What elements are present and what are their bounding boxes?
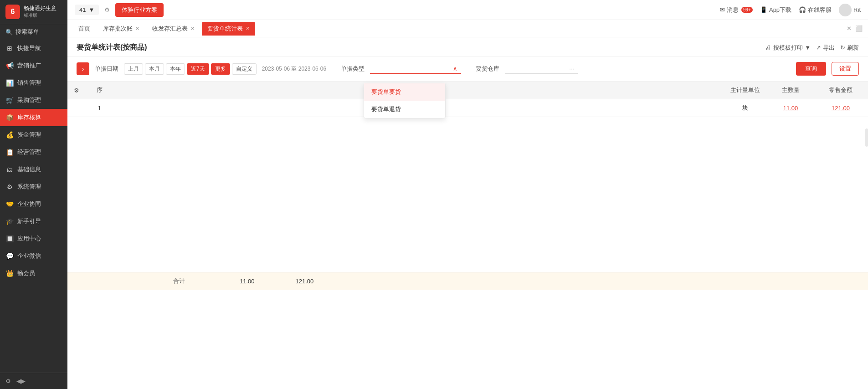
tab-inventory-batch[interactable]: 库存批次账 ✕ <box>98 22 145 36</box>
window-close-icon[interactable]: ✕ <box>847 25 852 32</box>
tab-order-stats[interactable]: 要货单统计表 ✕ <box>202 22 255 36</box>
dropdown-item-order-return-label: 要货单退货 <box>371 106 401 113</box>
messages-item[interactable]: ✉ 消息 99+ <box>720 6 753 14</box>
custom-button[interactable]: 自定义 <box>232 63 257 75</box>
refresh-icon: ↻ <box>840 44 845 51</box>
topbar-right: ✉ 消息 99+ 📱 App下载 🎧 在线客服 Rit <box>720 4 861 16</box>
sidebar-item-label: 快捷导航 <box>17 44 41 52</box>
refresh-button[interactable]: ↻ 刷新 <box>840 44 859 52</box>
messages-label: 消息 <box>727 6 739 14</box>
prev-month-button[interactable]: 上月 <box>124 63 143 75</box>
sidebar-item-purchase[interactable]: 🛒 采购管理 <box>0 92 67 109</box>
content-area: 要货单统计表(按商品) 🖨 按模板打印 ▼ ↗ 导出 ↻ 刷新 <box>67 37 868 389</box>
system-icon: ⚙ <box>5 183 14 190</box>
user-item[interactable]: Rit <box>839 4 861 16</box>
dropdown-item-order-goods[interactable]: 要货单要货 <box>364 83 445 101</box>
export-button[interactable]: ↗ 导出 <box>816 44 835 52</box>
table-row: 1 块 11.00 121.00 <box>67 99 868 117</box>
col-qty-header: 主数量 <box>768 82 813 99</box>
tab-home[interactable]: 首页 <box>73 22 96 36</box>
settings-gear-icon[interactable]: ⚙ <box>104 6 110 13</box>
warehouse-more-icon[interactable]: ··· <box>569 65 574 72</box>
page: 要货单统计表(按商品) 🖨 按模板打印 ▼ ↗ 导出 ↻ 刷新 <box>67 37 868 389</box>
sidebar-item-label: 应用中心 <box>17 235 41 243</box>
sidebar-bottom: ⚙ ◀▶ <box>0 373 67 389</box>
sidebar-item-inventory[interactable]: 📦 库存核算 <box>0 109 67 126</box>
more-button[interactable]: 更多 <box>211 63 230 75</box>
filter-toggle-button[interactable]: › <box>77 62 89 75</box>
trial-industry-button[interactable]: 体验行业方案 <box>115 3 164 17</box>
type-select[interactable]: ∧ <box>370 64 461 74</box>
sidebar-item-appstore[interactable]: 🔲 应用中心 <box>0 230 67 247</box>
close-order-stats-icon[interactable]: ✕ <box>246 26 250 31</box>
enterprise-icon: 🤝 <box>5 200 14 208</box>
row-qty-value[interactable]: 11.00 <box>783 105 798 112</box>
this-month-button[interactable]: 本月 <box>145 63 164 75</box>
close-receive-summary-icon[interactable]: ✕ <box>190 26 195 31</box>
online-service-item[interactable]: 🎧 在线客服 <box>799 6 832 14</box>
quick-nav-icon: ⊞ <box>5 45 14 52</box>
sidebar-item-business[interactable]: 📋 经营管理 <box>0 143 67 161</box>
row-unit-cell: 块 <box>722 99 768 117</box>
sidebar-item-wechat[interactable]: 💬 企业微信 <box>0 247 67 265</box>
sidebar-item-label: 采购管理 <box>17 96 41 104</box>
sidebar-item-finance[interactable]: 💰 资金管理 <box>0 126 67 143</box>
sidebar-item-quick-nav[interactable]: ⊞ 快捷导航 <box>0 40 67 57</box>
close-inventory-batch-icon[interactable]: ✕ <box>135 26 139 31</box>
dropdown-item-order-goods-label: 要货单要货 <box>371 88 401 95</box>
logo-icon: 6 <box>5 5 20 19</box>
empty-area <box>67 117 868 272</box>
topbar: 41 ▼ ⚙ 体验行业方案 ✉ 消息 99+ 📱 App下载 🎧 在线客服 R <box>67 0 868 20</box>
export-label: 导出 <box>823 44 835 52</box>
sidebar-item-guide[interactable]: 🎓 新手引导 <box>0 213 67 230</box>
app-download-item[interactable]: 📱 App下载 <box>760 6 791 14</box>
sidebar-settings-icon[interactable]: ⚙ <box>5 378 11 384</box>
sidebar-item-base[interactable]: 🗂 基础信息 <box>0 161 67 178</box>
type-select-chevron-icon: ∧ <box>453 65 457 72</box>
dropdown-item-order-return[interactable]: 要货单退货 <box>364 101 445 118</box>
inventory-batch-tab-label: 库存批次账 <box>103 25 133 33</box>
logo-text-area: 畅捷通好生意 标准版 <box>24 5 56 19</box>
recent7-button[interactable]: 近7天 <box>187 63 209 75</box>
row-amount-value[interactable]: 121.00 <box>832 105 850 112</box>
page-header: 要货单统计表(按商品) 🖨 按模板打印 ▼ ↗ 导出 ↻ 刷新 <box>67 37 868 56</box>
sidebar-item-label: 畅会员 <box>17 269 35 277</box>
sidebar-collapse-icon[interactable]: ◀▶ <box>16 378 26 384</box>
page-title: 要货单统计表(按商品) <box>77 43 147 52</box>
table-body: 1 块 11.00 121.00 <box>67 99 868 117</box>
sidebar-nav: ⊞ 快捷导航 📢 营销推广 📊 销售管理 🛒 采购管理 📦 库存核算 💰 资金管… <box>0 40 67 373</box>
print-chevron-icon: ▼ <box>805 44 811 51</box>
sidebar-item-system[interactable]: ⚙ 系统管理 <box>0 178 67 195</box>
query-button[interactable]: 查询 <box>796 62 826 76</box>
window-restore-icon[interactable]: ⬜ <box>855 25 863 32</box>
col-settings-header[interactable]: ⚙ <box>67 82 86 99</box>
store-selector[interactable]: 41 ▼ <box>75 5 99 15</box>
tabbar: 首页 库存批次账 ✕ 收发存汇总表 ✕ 要货单统计表 ✕ ✕ ⬜ <box>67 20 868 37</box>
row-settings-cell <box>67 99 86 117</box>
appstore-icon: 🔲 <box>5 235 14 242</box>
sidebar-item-member[interactable]: 👑 畅会员 <box>0 265 67 282</box>
print-template-button[interactable]: 🖨 按模板打印 ▼ <box>765 44 811 52</box>
settings-button[interactable]: 设置 <box>832 62 859 76</box>
table-wrapper: ⚙ 序 商品 主计量单位 主数量 零售金额 1 <box>67 82 868 117</box>
chevron-right-icon: › <box>82 65 84 72</box>
tab-receive-summary[interactable]: 收发存汇总表 ✕ <box>147 22 200 36</box>
logo-sub: 标准版 <box>24 12 56 19</box>
wechat-icon: 💬 <box>5 252 14 260</box>
warehouse-select[interactable]: ··· <box>505 64 578 74</box>
col-no-header: 序 <box>86 82 113 99</box>
sidebar-item-label: 系统管理 <box>17 183 41 191</box>
guide-icon: 🎓 <box>5 218 14 225</box>
order-stats-tab-label: 要货单统计表 <box>207 25 243 33</box>
sidebar-item-enterprise[interactable]: 🤝 企业协同 <box>0 195 67 213</box>
logo-area: 6 畅捷通好生意 标准版 <box>0 0 67 24</box>
sidebar-item-marketing[interactable]: 📢 营销推广 <box>0 57 67 74</box>
this-year-button[interactable]: 本年 <box>166 63 185 75</box>
sidebar-item-label: 企业协同 <box>17 200 41 208</box>
sidebar-search[interactable]: 🔍 搜索菜单 <box>0 24 67 40</box>
base-icon: 🗂 <box>5 166 14 173</box>
receive-summary-tab-label: 收发存汇总表 <box>152 25 188 33</box>
inventory-icon: 📦 <box>5 114 14 121</box>
sidebar-item-sales[interactable]: 📊 销售管理 <box>0 74 67 92</box>
page-actions: 🖨 按模板打印 ▼ ↗ 导出 ↻ 刷新 <box>765 44 859 52</box>
